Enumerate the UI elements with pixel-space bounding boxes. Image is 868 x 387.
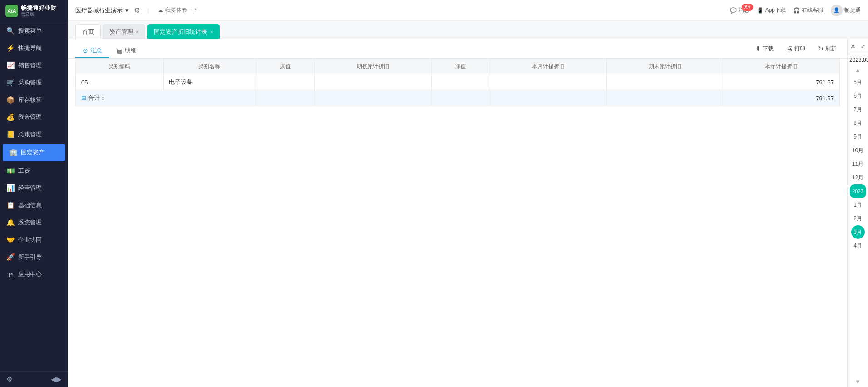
sidebar-item-payroll[interactable]: 💵 工资 <box>0 162 68 179</box>
summary-icon: ⊙ <box>83 47 88 54</box>
sidebar-item-fixed_assets[interactable]: 🏢 固定资产 <box>3 144 65 161</box>
date-month[interactable]: 5月 <box>851 75 865 89</box>
date-month[interactable]: 11月 <box>851 157 865 171</box>
download-label: 下载 <box>763 45 774 53</box>
right-panel-header: ✕ ⤢ <box>848 39 868 54</box>
cloud-icon: ☁ <box>158 7 163 14</box>
messages-badge: 99+ <box>742 4 753 11</box>
search-icon: 🔍 <box>6 27 15 35</box>
date-month-2023-4月[interactable]: 4月 <box>851 239 865 253</box>
refresh-button[interactable]: ↻ 刷新 <box>814 43 840 55</box>
total-end-acc <box>606 90 723 106</box>
app-logo-text: 畅捷通好业财 普及版 <box>21 5 56 17</box>
sidebar: AtA 畅捷通好业财 普及版 🔍 搜索菜单⚡ 快捷导航📈 销售管理🛒 采购管理📦… <box>0 0 68 387</box>
right-panel-expand-icon[interactable]: ⤢ <box>860 42 866 50</box>
year-badge-2023[interactable]: 2023 <box>850 184 866 198</box>
print-label: 打印 <box>794 45 805 53</box>
sidebar-item-inventory[interactable]: 📦 库存核算 <box>0 91 68 109</box>
cell-end-acc <box>606 74 723 90</box>
topbar-settings-icon[interactable]: ⚙ <box>134 6 140 15</box>
table-wrap: 类别编码 类别名称 原值 期初累计折旧 净值 本月计提折旧 期末累计折旧 本年计… <box>68 59 847 387</box>
refresh-icon: ↻ <box>818 45 823 52</box>
app-edition: 普及版 <box>21 12 56 17</box>
date-month[interactable]: 12月 <box>851 171 865 184</box>
system-icon: 🔔 <box>6 218 15 227</box>
payroll-icon: 💵 <box>6 167 15 175</box>
col-yearly: 本年计提折旧 <box>723 59 840 74</box>
date-month-2023-1月[interactable]: 1月 <box>851 198 865 212</box>
sidebar-label-ledger: 总账管理 <box>18 130 42 139</box>
total-original <box>256 90 315 106</box>
sidebar-item-search[interactable]: 🔍 搜索菜单 <box>0 22 68 40</box>
settings-icon[interactable]: ⚙ <box>6 375 12 383</box>
sidebar-label-app_center: 应用中心 <box>18 270 42 278</box>
date-month[interactable]: 9月 <box>851 130 865 144</box>
guide-icon: 🚀 <box>6 253 15 261</box>
user-profile[interactable]: 👤 畅捷通 <box>831 5 861 16</box>
download-button[interactable]: ⬇ 下载 <box>752 43 777 55</box>
total-icon: ⊞ <box>81 94 86 101</box>
sidebar-item-ops[interactable]: 📊 经营管理 <box>0 179 68 197</box>
right-panel-close-icon[interactable]: ✕ <box>849 42 857 51</box>
collapse-icon[interactable]: ◀▶ <box>51 375 62 383</box>
sidebar-item-purchase[interactable]: 🛒 采购管理 <box>0 74 68 91</box>
date-list: 5月6月7月8月9月10月11月12月20231月2月3月4月 <box>848 75 868 377</box>
content-area: ⊙ 汇总 ▤ 明细 ⬇ 下载 🖨 打印 <box>68 39 868 387</box>
experience-label: 我要体验一下 <box>165 6 198 14</box>
sidebar-item-quick_nav[interactable]: ⚡ 快捷导航 <box>0 40 68 57</box>
cell-yearly: 791.67 <box>723 74 840 90</box>
page-area: ⊙ 汇总 ▤ 明细 ⬇ 下载 🖨 打印 <box>68 39 847 387</box>
tab-home[interactable]: 首页 <box>75 24 101 39</box>
sidebar-logo: AtA 畅捷通好业财 普及版 <box>0 0 68 22</box>
fixed_assets-icon: 🏢 <box>9 149 17 157</box>
sidebar-label-finance: 资金管理 <box>18 113 42 121</box>
cell-initial-acc <box>315 74 432 90</box>
scroll-up-arrow[interactable]: ▲ <box>848 65 868 75</box>
date-month[interactable]: 6月 <box>851 89 865 103</box>
app-download-button[interactable]: 📱 App下载 <box>757 6 786 14</box>
user-name: 畅捷通 <box>844 6 861 14</box>
sidebar-label-sales: 销售管理 <box>18 61 42 69</box>
sidebar-item-sales[interactable]: 📈 销售管理 <box>0 57 68 74</box>
date-month[interactable]: 7月 <box>851 103 865 116</box>
date-month[interactable]: 8月 <box>851 116 865 130</box>
sidebar-item-base_info[interactable]: 📋 基础信息 <box>0 197 68 214</box>
date-month-2023-3月[interactable]: 3月 <box>851 225 865 239</box>
print-icon: 🖨 <box>786 45 793 52</box>
right-panel-title: 2023.03 <box>848 54 868 65</box>
company-selector[interactable]: 医疗器械行业演示 ▾ <box>75 6 129 15</box>
online-service-button[interactable]: 🎧 在线客服 <box>793 6 823 14</box>
date-month-2023-2月[interactable]: 2月 <box>851 212 865 225</box>
headset-icon: 🎧 <box>793 7 800 14</box>
app_center-icon: 🖥 <box>6 271 15 278</box>
total-net <box>431 90 490 106</box>
ops-icon: 📊 <box>6 184 15 192</box>
tab-asset-mgmt[interactable]: 资产管理 × <box>103 24 145 39</box>
sub-tabs: ⊙ 汇总 ▤ 明细 <box>68 39 744 58</box>
sidebar-label-system: 系统管理 <box>18 218 42 227</box>
sidebar-item-guide[interactable]: 🚀 新手引导 <box>0 248 68 266</box>
tab-depreciation-close[interactable]: × <box>210 29 213 35</box>
experience-button[interactable]: ☁ 我要体验一下 <box>158 6 198 14</box>
table-total-row: ⊞合计： 791.67 <box>76 90 840 106</box>
tab-home-label: 首页 <box>82 28 94 36</box>
refresh-label: 刷新 <box>825 45 836 53</box>
tab-asset-mgmt-close[interactable]: × <box>136 29 139 35</box>
sub-tab-summary[interactable]: ⊙ 汇总 <box>75 44 109 58</box>
sidebar-item-ledger[interactable]: 📒 总账管理 <box>0 126 68 143</box>
sidebar-item-finance[interactable]: 💰 资金管理 <box>0 109 68 126</box>
date-month[interactable]: 10月 <box>851 144 865 157</box>
download-icon: ⬇ <box>755 45 761 52</box>
sales-icon: 📈 <box>6 61 15 69</box>
tab-depreciation[interactable]: 固定资产折旧统计表 × <box>147 24 219 39</box>
quick_nav-icon: ⚡ <box>6 44 15 52</box>
scroll-down-arrow[interactable]: ▼ <box>848 377 868 387</box>
print-button[interactable]: 🖨 打印 <box>783 43 809 55</box>
sub-tab-detail[interactable]: ▤ 明细 <box>109 44 144 58</box>
messages-button[interactable]: 💬 消息 99+ <box>730 6 749 14</box>
sidebar-item-app_center[interactable]: 🖥 应用中心 <box>0 266 68 283</box>
sidebar-item-system[interactable]: 🔔 系统管理 <box>0 214 68 231</box>
sidebar-bottom: ⚙ ◀▶ <box>0 371 68 387</box>
sidebar-item-collab[interactable]: 🤝 企业协同 <box>0 231 68 248</box>
col-monthly: 本月计提折旧 <box>490 59 607 74</box>
